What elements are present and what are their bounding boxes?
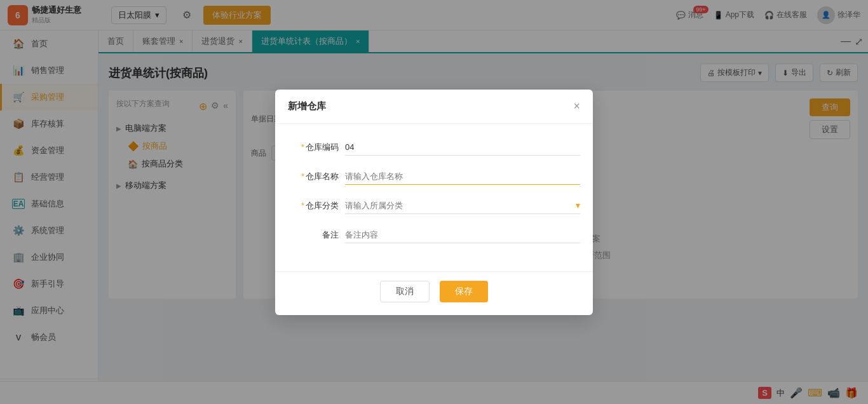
modal-title: 新增仓库: [288, 100, 326, 112]
required-star-name: *: [301, 172, 304, 181]
form-row-remark: 备注: [288, 227, 580, 243]
category-chevron-icon: ▾: [576, 200, 580, 210]
modal-header: 新增仓库 ×: [275, 90, 593, 124]
modal-footer: 取消 保存: [275, 271, 593, 315]
name-label: *仓库名称: [288, 171, 339, 182]
modal-overlay[interactable]: 新增仓库 × *仓库编码 *仓库名称 *仓库分类: [0, 0, 868, 404]
required-star-code: *: [301, 142, 304, 152]
code-input[interactable]: [345, 139, 580, 156]
code-label: *仓库编码: [288, 142, 339, 153]
form-row-category: *仓库分类 ▾: [288, 198, 580, 214]
required-star-category: *: [301, 201, 304, 210]
category-label: *仓库分类: [288, 200, 339, 212]
form-row-name: *仓库名称: [288, 168, 580, 185]
add-warehouse-modal: 新增仓库 × *仓库编码 *仓库名称 *仓库分类: [275, 90, 593, 315]
remark-input[interactable]: [345, 227, 580, 243]
name-input[interactable]: [345, 168, 580, 185]
modal-close-button[interactable]: ×: [573, 100, 580, 113]
remark-label: 备注: [288, 229, 339, 241]
category-input[interactable]: [345, 198, 576, 213]
category-select-wrap: ▾: [345, 198, 580, 214]
save-button[interactable]: 保存: [440, 281, 488, 302]
cancel-button[interactable]: 取消: [380, 281, 430, 302]
form-row-code: *仓库编码: [288, 139, 580, 156]
modal-body: *仓库编码 *仓库名称 *仓库分类 ▾: [275, 124, 593, 271]
